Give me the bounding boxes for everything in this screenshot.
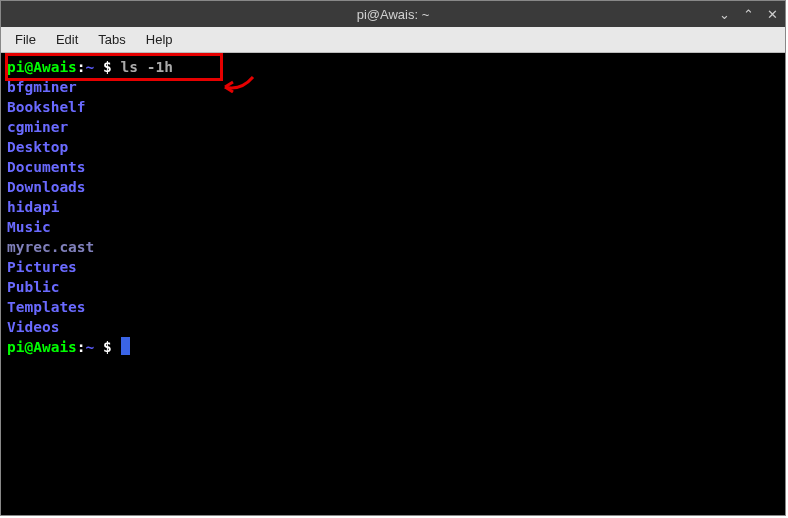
listing-entry: cgminer xyxy=(7,117,779,137)
menu-help[interactable]: Help xyxy=(136,30,183,49)
listing-entry: Documents xyxy=(7,157,779,177)
menu-edit[interactable]: Edit xyxy=(46,30,88,49)
listing-entry: Templates xyxy=(7,297,779,317)
listing-entry: Bookshelf xyxy=(7,97,779,117)
listing-entry: myrec.cast xyxy=(7,237,779,257)
terminal-window: pi@Awais: ~ ⌄ ⌃ ✕ File Edit Tabs Help pi… xyxy=(0,0,786,516)
menubar: File Edit Tabs Help xyxy=(1,27,785,53)
menu-tabs[interactable]: Tabs xyxy=(88,30,135,49)
listing-entry: Music xyxy=(7,217,779,237)
listing-entry: Desktop xyxy=(7,137,779,157)
titlebar: pi@Awais: ~ ⌄ ⌃ ✕ xyxy=(1,1,785,27)
listing-entry: Public xyxy=(7,277,779,297)
terminal-line: pi@Awais:~ $ xyxy=(7,337,779,357)
maximize-button[interactable]: ⌃ xyxy=(741,7,755,22)
prompt-dollar: $ xyxy=(94,339,120,355)
menu-file[interactable]: File xyxy=(5,30,46,49)
cursor xyxy=(121,337,130,355)
prompt-path: ~ xyxy=(86,339,95,355)
annotation-highlight-box xyxy=(5,53,223,81)
terminal-content: pi@Awais:~ $ ls -1hbfgminerBookshelfcgmi… xyxy=(1,53,785,361)
window-controls: ⌄ ⌃ ✕ xyxy=(717,1,779,27)
minimize-button[interactable]: ⌄ xyxy=(717,7,731,22)
prompt-user-host: pi@Awais xyxy=(7,339,77,355)
listing-entry: hidapi xyxy=(7,197,779,217)
window-title: pi@Awais: ~ xyxy=(357,7,430,22)
listing-entry: Downloads xyxy=(7,177,779,197)
close-button[interactable]: ✕ xyxy=(765,7,779,22)
prompt-colon: : xyxy=(77,339,86,355)
listing-entry: Videos xyxy=(7,317,779,337)
listing-entry: Pictures xyxy=(7,257,779,277)
terminal-viewport[interactable]: pi@Awais:~ $ ls -1hbfgminerBookshelfcgmi… xyxy=(1,53,785,515)
